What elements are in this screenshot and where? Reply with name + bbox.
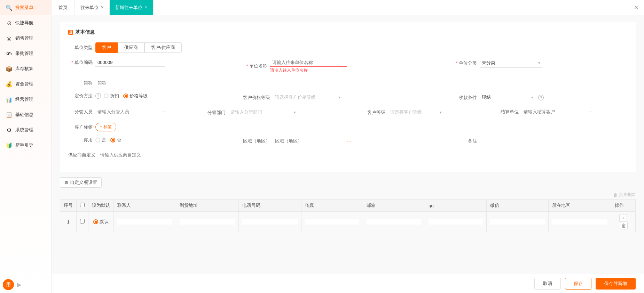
add-row-button[interactable]: + <box>619 214 627 222</box>
sidebar-item-guide[interactable]: 🔰 新手引导 <box>0 138 51 153</box>
radio-no-circle <box>110 138 115 143</box>
region-label: 区域（地区） <box>243 138 270 144</box>
td-email <box>363 212 425 232</box>
radio-yes[interactable]: 是 <box>95 137 106 143</box>
wechat-input[interactable] <box>490 219 545 225</box>
area-input[interactable] <box>552 219 607 225</box>
sidebar-label-inventory: 库存核算 <box>15 66 33 72</box>
sidebar-item-inventory[interactable]: 📦 库存核算 <box>0 61 51 76</box>
tab-home-label: 首页 <box>58 5 68 11</box>
sidebar-item-search[interactable]: 🔍 搜索菜单 <box>0 0 51 15</box>
save-new-button[interactable]: 保存并新增 <box>596 278 636 290</box>
custom-settings-container: ⚙ 自定义项设置 <box>60 177 636 188</box>
region-more-btn[interactable]: ··· <box>345 138 353 144</box>
customer-price-select[interactable]: 请选择客户价格等级 ▾ <box>273 93 343 102</box>
delete-row-button[interactable]: 🗑 <box>620 222 628 229</box>
unit-type-label: 单位类型 <box>68 44 93 51</box>
sidebar-item-system[interactable]: ⚙ 系统管理 <box>0 122 51 138</box>
th-phone: 电话号码 <box>238 200 301 212</box>
manager-input[interactable] <box>95 108 158 116</box>
form-block: 基 基本信息 单位类型 客户 供应商 客户/供应商 单位编码 <box>60 22 636 172</box>
cancel-button[interactable]: 取消 <box>534 278 561 290</box>
department-select[interactable]: 请输入分管部门 ▾ <box>228 108 298 117</box>
sidebar-label-operation: 经营管理 <box>15 96 33 103</box>
radio-default[interactable]: 默认 <box>92 219 110 225</box>
radio-discount[interactable]: 折扣 <box>104 93 119 99</box>
content-area: 基 基本信息 单位类型 客户 供应商 客户/供应商 单位编码 <box>52 15 644 274</box>
tab-partners-label: 往来单位 <box>80 5 99 11</box>
settlement-more-btn[interactable]: ··· <box>587 109 594 115</box>
unit-type-both[interactable]: 客户/供应商 <box>144 42 182 53</box>
radio-default-dot <box>95 221 97 223</box>
operation-icon: 📊 <box>6 96 13 103</box>
add-tag-button[interactable]: + 标签 <box>95 123 116 131</box>
region-input[interactable] <box>273 137 343 145</box>
unit-code-input[interactable] <box>95 58 165 67</box>
section-title: 基 基本信息 <box>68 29 627 35</box>
tab-new-partner-close[interactable]: ✕ <box>144 5 148 10</box>
radio-default-circle <box>93 219 98 224</box>
payment-terms-label: 收款条件 <box>453 95 477 101</box>
unit-category-select[interactable]: 未分类 ▾ <box>480 58 542 68</box>
user-avatar: 用 <box>3 279 14 290</box>
disabled-group: 停用 是 否 <box>68 137 243 143</box>
batch-delete-container: 🗑 批量删除 <box>60 192 636 198</box>
unit-category-value: 未分类 <box>482 60 538 66</box>
radio-price-level-circle <box>123 93 128 98</box>
short-name-input[interactable] <box>95 79 165 87</box>
pricing-row: 定价方法 ? 折扣 价格等级 <box>68 93 627 102</box>
sidebar-item-quicknav[interactable]: ⊙ 快捷导航 <box>0 15 51 31</box>
tab-home[interactable]: 首页 <box>52 0 75 15</box>
payment-terms-select[interactable]: 现结 ▾ <box>480 93 535 102</box>
unit-type-customer[interactable]: 客户 <box>95 42 118 53</box>
sidebar-item-basic[interactable]: 📋 基础信息 <box>0 107 51 122</box>
unit-type-supplier[interactable]: 供应商 <box>118 42 144 53</box>
tab-new-partner[interactable]: 新增往来单位 ✕ <box>110 0 154 15</box>
row-checkbox[interactable] <box>80 219 85 223</box>
unit-name-input[interactable] <box>270 58 347 67</box>
contact-input[interactable] <box>117 219 172 225</box>
sidebar-item-operation[interactable]: 📊 经营管理 <box>0 92 51 107</box>
remark-input[interactable] <box>480 137 584 145</box>
address-input[interactable] <box>180 219 235 225</box>
radio-yes-label: 是 <box>102 137 106 143</box>
radio-no[interactable]: 否 <box>110 137 121 143</box>
settlement-input[interactable] <box>521 108 584 116</box>
batch-delete-label[interactable]: 批量删除 <box>619 192 636 198</box>
fax-input[interactable] <box>305 219 360 225</box>
td-phone <box>238 212 301 232</box>
radio-no-dot <box>112 139 114 141</box>
email-input[interactable] <box>367 219 421 225</box>
add-tag-label: + 标签 <box>100 124 112 130</box>
sidebar-item-purchase[interactable]: 🛍 采购管理 <box>0 46 51 61</box>
save-button[interactable]: 保存 <box>565 278 591 290</box>
inventory-icon: 📦 <box>6 65 13 72</box>
sidebar-item-sales[interactable]: ◎ 销售管理 <box>0 31 51 46</box>
radio-price-level[interactable]: 价格等级 <box>123 93 148 99</box>
select-all-checkbox[interactable] <box>80 203 85 207</box>
tab-partners-close[interactable]: ✕ <box>101 5 104 10</box>
disabled-label: 停用 <box>68 137 93 143</box>
radio-price-level-label: 价格等级 <box>129 93 148 99</box>
radio-price-level-dot <box>125 95 127 97</box>
sidebar: 🔍 搜索菜单 ⊙ 快捷导航 ◎ 销售管理 🛍 采购管理 📦 库存核算 💰 资金管… <box>0 0 52 293</box>
pricing-help-icon[interactable]: ? <box>95 93 101 99</box>
th-email: 邮箱 <box>363 200 425 212</box>
qq-input[interactable] <box>429 219 483 225</box>
phone-input[interactable] <box>242 219 298 225</box>
default-label: 默认 <box>100 219 109 225</box>
tab-partners[interactable]: 往来单位 ✕ <box>75 0 110 15</box>
sidebar-label-finance: 资金管理 <box>15 81 33 87</box>
th-address: 到货地址 <box>176 200 238 212</box>
radio-yes-circle <box>95 138 100 143</box>
window-close-button[interactable]: ✕ <box>628 4 644 11</box>
customer-level-select[interactable]: 请选择客户等级 ▾ <box>388 108 444 117</box>
sidebar-item-finance[interactable]: 💰 资金管理 <box>0 76 51 92</box>
td-action: + 🗑 <box>611 212 635 232</box>
manager-more-btn[interactable]: ··· <box>161 109 168 115</box>
payment-help-icon[interactable]: ? <box>538 95 544 100</box>
department-chevron: ▾ <box>294 110 296 115</box>
custom-settings-button[interactable]: ⚙ 自定义项设置 <box>60 177 102 188</box>
th-qq: qq <box>425 200 487 212</box>
supplier-custom-input[interactable] <box>98 151 189 159</box>
